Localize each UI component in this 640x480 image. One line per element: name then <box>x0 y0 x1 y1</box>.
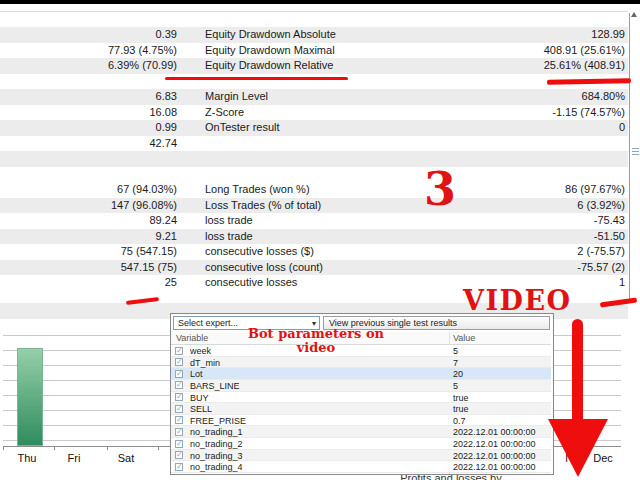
param-name: BUY <box>190 393 209 404</box>
param-row[interactable]: ✓ no_trading_1 2022.12.01 00:00:00 <box>171 426 551 438</box>
stat-label: OnTester result <box>205 120 435 136</box>
x-label-fri: Fri <box>54 452 94 464</box>
param-name: no_trading_3 <box>190 451 243 462</box>
stat-left-value: 0.39 <box>0 27 177 43</box>
param-row[interactable]: ✓ no_trading_2 2022.12.01 00:00:00 <box>171 438 551 450</box>
param-value: 5 <box>453 346 458 357</box>
stat-right-value: 0 <box>435 120 628 136</box>
stat-label: Z-Score <box>205 105 435 121</box>
stats-row: 77.93 (4.75%) Equity Drawdown Maximal 40… <box>0 43 628 59</box>
params-table: ✓ week 5 ✓ dT_min 7 ✓ Lot 20 ✓ <box>171 345 551 473</box>
param-row[interactable]: ✓ FREE_PRISE 0.7 <box>171 415 551 427</box>
top-black-bar <box>0 0 640 4</box>
check-mark-icon: ✓ <box>176 380 183 391</box>
checkbox-icon[interactable]: ✓ <box>175 347 183 355</box>
stats-row: 9.21 loss trade -51.50 <box>0 229 628 245</box>
stat-right-value <box>435 136 628 152</box>
check-mark-icon: ✓ <box>176 404 183 415</box>
stat-left-value <box>0 167 177 183</box>
stats-row: 147 (96.08%) Loss Trades (% of total) 6 … <box>0 198 628 214</box>
checkbox-icon[interactable]: ✓ <box>175 428 183 436</box>
stat-label <box>205 74 435 90</box>
axis-tick <box>3 447 4 450</box>
param-row[interactable]: ✓ BUY true <box>171 392 551 404</box>
stat-label: loss trade <box>205 229 435 245</box>
stat-left-value: 16.08 <box>0 105 177 121</box>
check-mark-icon: ✓ <box>176 357 183 368</box>
check-mark-icon: ✓ <box>176 439 183 450</box>
stat-right-value: -75.57 (2) <box>435 260 628 276</box>
strategy-tester-report: 0.39 Equity Drawdown Absolute 128.99 77.… <box>0 0 640 480</box>
stat-right-value: 6 (3.92%) <box>435 198 628 214</box>
stats-row: 0.99 OnTester result 0 <box>0 120 628 136</box>
stats-row <box>0 74 628 90</box>
stat-left-value: 147 (96.08%) <box>0 198 177 214</box>
stat-label: Long Trades (won %) <box>205 182 435 198</box>
stats-row <box>0 167 628 183</box>
annotation-big-3: 3 <box>424 167 456 211</box>
stats-row: 6.83 Margin Level 684.80% <box>0 89 628 105</box>
check-mark-icon: ✓ <box>176 369 183 380</box>
check-mark-icon: ✓ <box>176 450 183 461</box>
param-value: 5 <box>453 381 458 392</box>
param-row[interactable]: ✓ Lot 20 <box>171 368 551 380</box>
checkbox-icon[interactable]: ✓ <box>175 463 183 471</box>
param-name: FREE_PRISE <box>190 416 246 427</box>
stats-row: 0.39 Equity Drawdown Absolute 128.99 <box>0 27 628 43</box>
checkbox-icon[interactable]: ✓ <box>175 381 183 389</box>
checkbox-icon[interactable]: ✓ <box>175 451 183 459</box>
stat-left-value: 6.83 <box>0 89 177 105</box>
stats-table: 0.39 Equity Drawdown Absolute 128.99 77.… <box>0 27 628 319</box>
param-name: SELL <box>190 404 212 415</box>
stat-left-value <box>0 151 177 167</box>
stat-label <box>205 151 435 167</box>
scrollbar-grip-icon[interactable] <box>632 148 639 156</box>
stat-label: consecutive losses <box>205 275 435 291</box>
checkbox-icon[interactable]: ✓ <box>175 416 183 424</box>
axis-tick <box>54 447 55 450</box>
annotation-line1: Bot parameters on <box>248 326 384 341</box>
variable-column-header: Variable <box>176 333 208 343</box>
check-mark-icon: ✓ <box>176 346 183 357</box>
param-row[interactable]: ✓ no_trading_4 2022.12.01 00:00:00 <box>171 461 551 473</box>
checkbox-icon[interactable]: ✓ <box>175 370 183 378</box>
param-value: true <box>453 404 469 415</box>
stat-label: Equity Drawdown Maximal <box>205 43 435 59</box>
check-mark-icon: ✓ <box>176 415 183 426</box>
param-value: 0.7 <box>453 416 466 427</box>
param-row[interactable]: ✓ BARS_LINE 5 <box>171 380 551 392</box>
checkbox-icon[interactable]: ✓ <box>175 440 183 448</box>
red-underline-relative-drawdown <box>165 77 348 81</box>
param-name: dT_min <box>190 358 220 369</box>
param-value: 2022.12.01 00:00:00 <box>453 427 536 438</box>
param-row[interactable]: ✓ no_trading_3 2022.12.01 00:00:00 <box>171 450 551 462</box>
stat-right-value: 684.80% <box>435 89 628 105</box>
checkbox-icon[interactable]: ✓ <box>175 405 183 413</box>
stats-row: 6.39% (70.99) Equity Drawdown Relative 2… <box>0 58 628 74</box>
param-row[interactable]: ✓ SELL true <box>171 403 551 415</box>
x-label-thu: Thu <box>7 452 47 464</box>
param-value: 7 <box>453 358 458 369</box>
stat-left-value: 9.21 <box>0 229 177 245</box>
param-row[interactable]: ✓ dT_min 7 <box>171 357 551 369</box>
annotation-line2: video <box>297 340 336 355</box>
stat-label: Equity Drawdown Absolute <box>205 27 435 43</box>
stat-left-value <box>0 74 177 90</box>
stat-left-value: 75 (547.15) <box>0 244 177 260</box>
checkbox-icon[interactable]: ✓ <box>175 393 183 401</box>
stats-row: 75 (547.15) consecutive losses ($) 2 (-7… <box>0 244 628 260</box>
red-arrow-down-icon <box>548 419 608 477</box>
stat-right-value: 2 (-75.57) <box>435 244 628 260</box>
stat-right-value: 86 (97.67%) <box>435 182 628 198</box>
scrollbar-track[interactable] <box>629 13 630 303</box>
stats-row <box>0 151 628 167</box>
scrollbar-up-icon[interactable] <box>631 12 637 17</box>
param-value: 20 <box>453 369 463 380</box>
param-name: no_trading_4 <box>190 462 243 473</box>
stat-label <box>205 291 435 303</box>
param-value: 2022.12.01 00:00:00 <box>453 462 536 473</box>
param-name: no_trading_2 <box>190 439 243 450</box>
annotation-video: VIDEO <box>463 287 572 314</box>
stat-right-value <box>435 151 628 167</box>
checkbox-icon[interactable]: ✓ <box>175 358 183 366</box>
